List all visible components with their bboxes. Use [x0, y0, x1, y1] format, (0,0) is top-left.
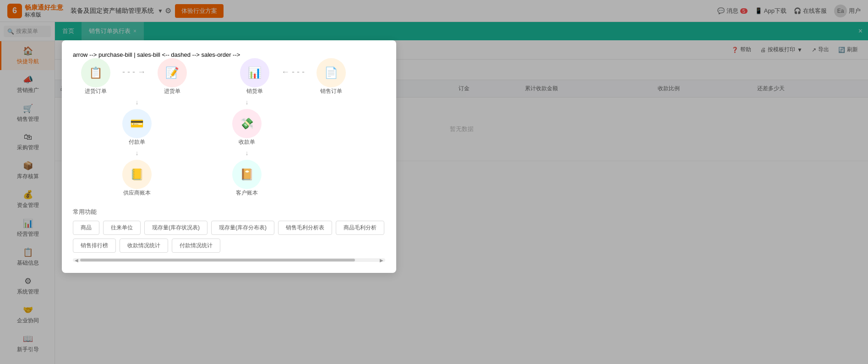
purchase-bill-circle[interactable]: 📝: [158, 58, 187, 87]
customer-icon: 📔: [240, 168, 254, 181]
func-btn-product-profit[interactable]: 商品毛利分析: [336, 221, 384, 235]
app-wrapper: 6 畅康通好生意 标准版 装备及固定资产辅助管理系统 ▼ ⚙ 体验行业方案 💬 …: [0, 0, 868, 364]
supplier-icon: 📒: [130, 168, 144, 181]
customer-circle[interactable]: 📔: [232, 160, 262, 189]
scroll-right-btn[interactable]: ▶: [378, 256, 385, 264]
func-btn-sales-profit-analysis[interactable]: 销售毛利分析表: [278, 221, 332, 235]
func-btn-product[interactable]: 商品: [73, 221, 99, 235]
modal-overlay: arrow --> purchase-bill | sales-bill <--…: [0, 0, 868, 364]
payment-circle[interactable]: 💳: [122, 109, 152, 138]
func-btn-sales-ranking[interactable]: 销售排行榜: [73, 239, 116, 253]
sales-bill-label: 销货单: [246, 87, 263, 95]
sales-order-label: 销售订单: [320, 87, 342, 95]
flow-col-customer: ↓ 📔 客户账本: [229, 146, 265, 197]
purchase-order-circle[interactable]: 📋: [81, 58, 110, 87]
flow-mid-section: ↓ 💳 付款单 ↓ 💸: [73, 95, 385, 146]
purchase-order-icon: 📋: [89, 66, 103, 79]
common-functions-section: 常用功能 商品 往来单位 现存量(库存状况表) 现存量(库存分布表) 销售毛利分…: [73, 201, 385, 253]
flow-col-sales-order: 📄 销售订单: [308, 58, 354, 95]
arrow-sales-order-to-bill: ← - - -: [281, 67, 305, 86]
flow-col-payment: ↓ 💳 付款单: [119, 95, 155, 146]
receipt-circle[interactable]: 💸: [232, 109, 262, 138]
quick-nav-modal: arrow --> purchase-bill | sales-bill <--…: [62, 40, 396, 273]
arrow-purchase-order-to-bill: - - - →: [122, 67, 146, 86]
common-functions-title: 常用功能: [73, 208, 385, 216]
flow-top-row: 📋 进货订单 - - - → 📝 进货单: [73, 58, 385, 95]
func-buttons-row1: 商品 往来单位 现存量(库存状况表) 现存量(库存分布表) 销售毛利分析表 商品…: [73, 221, 385, 235]
sales-bill-circle[interactable]: 📊: [240, 58, 269, 87]
flow-col-supplier: ↓ 📒 供应商账本: [119, 146, 155, 197]
func-btn-receipt-stats[interactable]: 收款情况统计: [120, 239, 168, 253]
payment-icon: 💳: [130, 117, 144, 130]
purchase-order-label: 进货订单: [85, 87, 107, 95]
receipt-icon: 💸: [240, 117, 254, 130]
modal-scrollbar[interactable]: ◀ ▶: [73, 258, 385, 262]
flow-col-purchase-order: 📋 进货订单: [73, 58, 119, 95]
down-arrow-receipt: ↓: [246, 146, 249, 160]
flow-col-purchase-bill: 📝 进货单: [149, 58, 195, 95]
down-arrow-sales: ↓: [246, 95, 249, 109]
sales-bill-icon: 📊: [248, 66, 262, 79]
scroll-track[interactable]: [80, 259, 378, 261]
down-arrow-payment: ↓: [136, 146, 139, 160]
func-btn-stock-status[interactable]: 现存量(库存状况表): [144, 221, 207, 235]
down-arrow-purchase: ↓: [136, 95, 139, 109]
sales-order-icon: 📄: [324, 66, 338, 79]
sales-order-circle[interactable]: 📄: [317, 58, 346, 87]
supplier-label: 供应商账本: [123, 189, 151, 197]
flow-bottom-section: ↓ 📒 供应商账本 ↓ 📔 客户账本: [73, 146, 385, 197]
receipt-label: 收款单: [239, 138, 255, 146]
flow-col-sales-bill: 📊 销货单: [232, 58, 278, 95]
func-btn-stock-dist[interactable]: 现存量(库存分布表): [211, 221, 274, 235]
scroll-left-btn[interactable]: ◀: [73, 256, 80, 264]
flow-col-receipt: ↓ 💸 收款单: [229, 95, 265, 146]
purchase-bill-label: 进货单: [164, 87, 180, 95]
func-btn-payment-stats[interactable]: 付款情况统计: [172, 239, 220, 253]
customer-label: 客户账本: [236, 189, 258, 197]
flow-section: arrow --> purchase-bill | sales-bill <--…: [73, 51, 385, 197]
supplier-circle[interactable]: 📒: [122, 160, 152, 189]
func-buttons-row2: 销售排行榜 收款情况统计 付款情况统计: [73, 239, 385, 253]
purchase-bill-icon: 📝: [165, 66, 179, 79]
scroll-thumb[interactable]: [80, 259, 355, 261]
func-btn-customer-supplier[interactable]: 往来单位: [103, 221, 141, 235]
payment-label: 付款单: [129, 138, 145, 146]
